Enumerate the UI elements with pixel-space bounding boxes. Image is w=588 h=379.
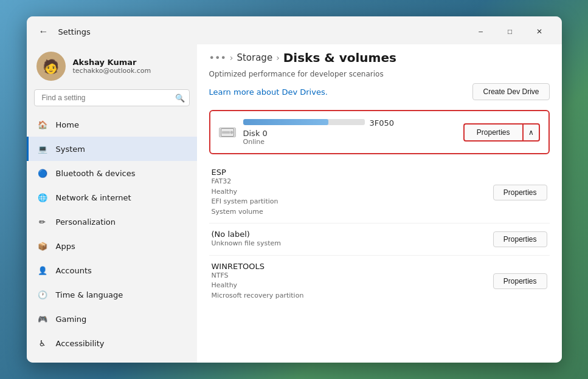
disk-properties-wrap: Properties ∧ bbox=[463, 123, 540, 142]
sidebar-item-accessibility[interactable]: ♿ Accessibility bbox=[27, 331, 197, 355]
sidebar-item-bluetooth[interactable]: 🔵 Bluetooth & devices bbox=[27, 161, 197, 185]
disk-name: 3F050 bbox=[370, 118, 395, 128]
sidebar-item-apps[interactable]: 📦 Apps bbox=[27, 234, 197, 258]
accessibility-icon: ♿ bbox=[36, 337, 49, 349]
breadcrumb-sep-1: › bbox=[230, 53, 233, 63]
sidebar-item-time[interactable]: 🕐 Time & language bbox=[27, 282, 197, 307]
user-name: Akshay Kumar bbox=[73, 58, 187, 67]
sidebar-item-label: Apps bbox=[56, 242, 75, 251]
sidebar-item-label: Bluetooth & devices bbox=[56, 169, 136, 178]
disk-properties-button[interactable]: Properties bbox=[463, 123, 522, 142]
disk-name-row: 3F050 bbox=[243, 118, 456, 128]
content-scroll: Optimized performance for developer scen… bbox=[197, 70, 562, 363]
minimize-button[interactable]: – bbox=[467, 22, 495, 41]
content-area: ••• › Storage › Disks & volumes Optimize… bbox=[197, 44, 562, 363]
search-box: 🔍 bbox=[34, 89, 190, 106]
breadcrumb-storage[interactable]: Storage bbox=[237, 52, 272, 63]
maximize-button[interactable]: □ bbox=[496, 22, 524, 41]
esp-properties-button[interactable]: Properties bbox=[493, 185, 547, 200]
partition-info-winretools: WINRETOOLS NTFSHealthyMicrosoft recovery… bbox=[212, 262, 493, 301]
disk-bar bbox=[243, 119, 365, 125]
partition-name-nolabel: (No label) bbox=[212, 230, 493, 239]
sidebar-item-home[interactable]: 🏠 Home bbox=[27, 112, 197, 137]
sidebar-item-label: System bbox=[56, 145, 85, 154]
bluetooth-icon: 🔵 bbox=[36, 167, 49, 179]
sidebar-item-accounts[interactable]: 👤 Accounts bbox=[27, 258, 197, 282]
home-icon: 🏠 bbox=[36, 118, 49, 131]
create-dev-drive-button[interactable]: Create Dev Drive bbox=[472, 83, 549, 100]
partition-name-esp: ESP bbox=[212, 168, 493, 177]
disk-drive-icon bbox=[219, 128, 236, 137]
disk-status: Online bbox=[243, 138, 456, 146]
disk-label: Disk 0 bbox=[243, 129, 456, 138]
disk-bar-fill bbox=[243, 119, 328, 125]
dev-drive-row: Learn more about Dev Drives. Create Dev … bbox=[209, 83, 550, 100]
svg-rect-1 bbox=[222, 131, 230, 134]
breadcrumb-sep-2: › bbox=[276, 53, 280, 63]
avatar: 🧑 bbox=[36, 52, 66, 81]
accounts-icon: 👤 bbox=[36, 264, 49, 276]
partition-row-nolabel: (No label) Unknown file system Propertie… bbox=[209, 224, 550, 256]
disk-info: 3F050 Disk 0 Online bbox=[243, 118, 456, 146]
sidebar-item-label: Time & language bbox=[56, 290, 123, 299]
sidebar-item-personalization[interactable]: ✏️ Personalization bbox=[27, 210, 197, 234]
sidebar-item-label: Home bbox=[56, 120, 79, 129]
window-controls: – □ ✕ bbox=[467, 22, 553, 41]
sidebar-item-label: Accessibility bbox=[56, 339, 105, 348]
sidebar-item-gaming[interactable]: 🎮 Gaming bbox=[27, 307, 197, 331]
svg-point-2 bbox=[230, 131, 233, 134]
system-icon: 💻 bbox=[36, 143, 49, 155]
partition-detail-nolabel: Unknown file system bbox=[212, 239, 493, 249]
settings-window: ← Settings – □ ✕ 🧑 Akshay Kumar techakko… bbox=[27, 16, 562, 363]
sidebar: 🧑 Akshay Kumar techakko@outlook.com 🔍 🏠 … bbox=[27, 44, 197, 363]
user-info: Akshay Kumar techakko@outlook.com bbox=[73, 58, 187, 75]
disk-card: 3F050 Disk 0 Online Properties ∧ bbox=[209, 110, 550, 154]
close-button[interactable]: ✕ bbox=[525, 22, 553, 41]
breadcrumb: ••• › Storage › Disks & volumes bbox=[197, 44, 562, 70]
back-button[interactable]: ← bbox=[35, 25, 52, 38]
learn-more-link[interactable]: Learn more about Dev Drives. bbox=[209, 87, 328, 97]
partition-info-nolabel: (No label) Unknown file system bbox=[212, 230, 493, 249]
sidebar-item-label: Accounts bbox=[56, 266, 92, 275]
title-bar: ← Settings – □ ✕ bbox=[27, 16, 562, 44]
apps-icon: 📦 bbox=[36, 240, 49, 252]
disk-chevron-button[interactable]: ∧ bbox=[522, 123, 540, 142]
title-bar-left: ← Settings bbox=[35, 25, 91, 38]
partition-row-esp: ESP FAT32HealthyEFI system partitionSyst… bbox=[209, 162, 550, 224]
time-icon: 🕐 bbox=[36, 289, 49, 301]
partition-name-winretools: WINRETOOLS bbox=[212, 262, 493, 271]
sidebar-item-network[interactable]: 🌐 Network & internet bbox=[27, 185, 197, 210]
sidebar-item-label: Network & internet bbox=[56, 193, 131, 202]
breadcrumb-dots: ••• bbox=[209, 52, 226, 64]
sidebar-item-label: Gaming bbox=[56, 315, 87, 324]
partition-row-winretools: WINRETOOLS NTFSHealthyMicrosoft recovery… bbox=[209, 256, 550, 307]
user-profile: 🧑 Akshay Kumar techakko@outlook.com bbox=[27, 44, 197, 89]
search-input[interactable] bbox=[34, 89, 190, 106]
breadcrumb-current: Disks & volumes bbox=[283, 50, 396, 65]
personalization-icon: ✏️ bbox=[36, 216, 49, 228]
sidebar-item-label: Personalization bbox=[56, 217, 116, 227]
main-layout: 🧑 Akshay Kumar techakko@outlook.com 🔍 🏠 … bbox=[27, 44, 562, 363]
nolabel-properties-button[interactable]: Properties bbox=[493, 231, 547, 247]
dev-drive-notice: Optimized performance for developer scen… bbox=[209, 70, 550, 78]
partition-detail-esp: FAT32HealthyEFI system partitionSystem v… bbox=[212, 177, 493, 217]
sidebar-item-system[interactable]: 💻 System bbox=[27, 137, 197, 161]
gaming-icon: 🎮 bbox=[36, 313, 49, 325]
user-email: techakko@outlook.com bbox=[73, 67, 187, 75]
winretools-properties-button[interactable]: Properties bbox=[493, 273, 547, 289]
window-title: Settings bbox=[58, 27, 91, 36]
partition-info-esp: ESP FAT32HealthyEFI system partitionSyst… bbox=[212, 168, 493, 217]
network-icon: 🌐 bbox=[36, 191, 49, 203]
partition-detail-winretools: NTFSHealthyMicrosoft recovery partition bbox=[212, 271, 493, 301]
